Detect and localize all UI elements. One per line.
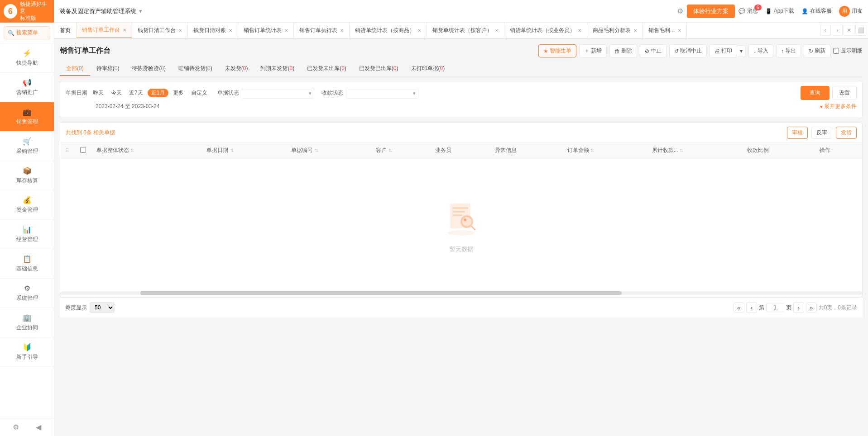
import-button[interactable]: ↓ 导入	[748, 44, 773, 57]
date-shortcut-今天[interactable]: 今天	[108, 88, 125, 98]
sidebar-item-system[interactable]: ⚙系统管理	[0, 279, 54, 308]
settings-gear-icon[interactable]: ⚙	[677, 7, 683, 15]
sub-tab-pending-review[interactable]: 待审核(0)	[90, 62, 126, 76]
sidebar-item-quick-nav[interactable]: ⚡快捷导航	[0, 43, 54, 73]
next-page-button[interactable]: ›	[793, 302, 804, 313]
tab-close-sales-exec[interactable]: ✕	[340, 28, 344, 33]
refresh-button[interactable]: ↻ 刷新	[804, 44, 830, 57]
sub-tab-shipped-not-out[interactable]: 已发货未出库(0)	[301, 62, 353, 76]
date-shortcut-自定义[interactable]: 自定义	[188, 88, 210, 98]
title-dropdown-arrow[interactable]: ▾	[139, 8, 142, 14]
tab-sales-extra[interactable]: 销售毛利...✕	[643, 23, 687, 38]
tab-close-sales-stat-staff[interactable]: ✕	[578, 28, 581, 33]
page-size-select[interactable]: 102050100	[90, 302, 115, 313]
smart-create-button[interactable]: ★ 智能生单	[538, 44, 576, 57]
query-button[interactable]: 查询	[801, 86, 830, 100]
stop-button[interactable]: ⊘ 中止	[640, 44, 667, 57]
sort-icon-collected[interactable]: ⇅	[680, 148, 683, 153]
sub-tab-all[interactable]: 全部(0)	[60, 62, 90, 76]
tab-close-current[interactable]: ✕	[844, 25, 854, 36]
cancel-stop-button[interactable]: ↺ 取消中止	[669, 44, 707, 57]
tab-close-sales-stat-prod[interactable]: ✕	[417, 28, 421, 33]
user-menu-button[interactable]: 用 用友	[839, 6, 863, 17]
add-button[interactable]: ＋ 新增	[579, 44, 607, 57]
tab-close-sales-order[interactable]: ✕	[123, 28, 126, 33]
tab-sales-stat-staff[interactable]: 销货单统计表（按业务员）✕	[504, 23, 587, 38]
print-dropdown-button[interactable]: ▾	[737, 45, 746, 57]
sub-tab-not-shipped[interactable]: 未发货(0)	[219, 62, 254, 76]
tab-close-profit-analysis[interactable]: ✕	[633, 28, 637, 33]
message-button[interactable]: 💬 消息 6	[739, 7, 758, 15]
tab-profit-analysis[interactable]: 商品毛利分析表✕	[587, 23, 643, 38]
set-button[interactable]: 设置	[832, 86, 857, 100]
sort-icon-date[interactable]: ⇅	[230, 148, 234, 153]
print-button[interactable]: 🖨 打印	[710, 44, 737, 57]
sort-icon-number[interactable]: ⇅	[315, 148, 318, 153]
tab-sales-stat[interactable]: 销售订单统计表✕	[238, 23, 294, 38]
sort-icon-customer[interactable]: ⇅	[388, 148, 392, 153]
sidebar-item-finance[interactable]: 💰资金管理	[0, 190, 54, 220]
date-shortcut-近1月[interactable]: 近1月	[148, 89, 169, 97]
last-page-button[interactable]: »	[806, 302, 817, 313]
sub-tab-pending-inspect[interactable]: 待拣货验货(0)	[125, 62, 172, 76]
col-header-number[interactable]: 单据编号 ⇅	[287, 143, 371, 158]
col-header-customer[interactable]: 客户 ⇅	[371, 143, 430, 158]
show-detail-checkbox-label[interactable]: 显示明细	[833, 47, 863, 55]
tab-sales-order[interactable]: 销售订单工作台✕	[77, 23, 132, 38]
tab-close-sales-stat-cust[interactable]: ✕	[495, 28, 499, 33]
sidebar-item-marketing[interactable]: 📢营销推广	[0, 73, 54, 102]
sidebar-item-sales[interactable]: 💼销售管理	[0, 102, 54, 132]
tab-scroll-right[interactable]: ›	[832, 25, 843, 36]
sidebar-item-guide[interactable]: 🔰新手引导	[0, 337, 54, 367]
tab-sales-stat-prod[interactable]: 销货单统计表（按商品）✕	[350, 23, 427, 38]
table-action-review[interactable]: 审核	[787, 127, 808, 139]
col-header-date[interactable]: 单据日期 ⇅	[202, 143, 287, 158]
tab-close-cash-daily[interactable]: ✕	[178, 28, 182, 33]
tab-scroll-left[interactable]: ‹	[820, 25, 831, 36]
date-shortcut-更多[interactable]: 更多	[170, 88, 187, 98]
payment-select[interactable]	[346, 88, 418, 99]
sub-tab-overdue-not-shipped[interactable]: 到期未发货(0)	[254, 62, 301, 76]
sidebar-item-basic-info[interactable]: 📋基础信息	[0, 249, 54, 279]
prev-page-button[interactable]: ‹	[746, 302, 757, 313]
tab-close-sales-stat[interactable]: ✕	[284, 28, 288, 33]
first-page-button[interactable]: «	[734, 302, 744, 313]
delete-button[interactable]: 🗑 删除	[609, 44, 637, 57]
sub-tab-wangpu-pending[interactable]: 旺铺待发货(0)	[172, 62, 219, 76]
sub-tab-shipped-out[interactable]: 已发货已出库(0)	[353, 62, 405, 76]
search-menu-button[interactable]: 🔍 搜索菜单	[4, 26, 50, 39]
tab-cash-reconcile[interactable]: 钱货日清对账✕	[188, 23, 238, 38]
col-header-status[interactable]: 单据整体状态 ⇅	[92, 143, 202, 158]
col-header-amount[interactable]: 订单金额 ⇅	[563, 143, 647, 158]
sort-icon-status[interactable]: ⇅	[130, 148, 134, 153]
table-action-ship[interactable]: 发货	[836, 127, 857, 139]
settings-button[interactable]: ⚙	[13, 423, 19, 431]
horizontal-scrollbar[interactable]	[60, 291, 862, 295]
tab-cash-daily[interactable]: 钱货日清工作台✕	[132, 23, 188, 38]
collapse-sidebar-button[interactable]: ◀	[36, 423, 41, 431]
table-action-anti-review[interactable]: 反审	[811, 127, 832, 139]
sidebar-item-purchase[interactable]: 🛒采购管理	[0, 132, 54, 161]
scrollbar-thumb[interactable]	[140, 291, 622, 295]
sort-icon-amount[interactable]: ⇅	[590, 148, 594, 153]
app-download-button[interactable]: 📱 App下载	[765, 7, 794, 15]
sub-tab-not-printed[interactable]: 未打印单据(0)	[405, 62, 451, 76]
date-shortcut-昨天[interactable]: 昨天	[90, 88, 106, 98]
sidebar-item-inventory[interactable]: 📦库存核算	[0, 161, 54, 190]
tab-maximize[interactable]: ⬜	[855, 25, 866, 36]
col-header-collected[interactable]: 累计收款... ⇅	[647, 143, 743, 158]
trial-button[interactable]: 体验行业方案	[687, 5, 735, 18]
show-detail-checkbox[interactable]	[833, 48, 839, 54]
tab-sales-exec[interactable]: 销售订单执行表✕	[294, 23, 350, 38]
export-button[interactable]: ↑ 导出	[776, 44, 801, 57]
tab-sales-stat-cust[interactable]: 销货单统计表（按客户）✕	[427, 23, 504, 38]
date-shortcut-近7天[interactable]: 近7天	[126, 88, 146, 98]
sidebar-item-enterprise[interactable]: 🏢企业协同	[0, 308, 54, 337]
online-service-button[interactable]: 👤 在线客服	[801, 7, 832, 15]
tab-close-sales-extra[interactable]: ✕	[677, 28, 681, 33]
current-page-input[interactable]	[766, 303, 784, 312]
tab-close-cash-reconcile[interactable]: ✕	[229, 28, 232, 33]
select-all-checkbox[interactable]	[80, 147, 86, 153]
tab-home[interactable]: 首页	[54, 23, 77, 38]
sidebar-item-operations[interactable]: 📊经营管理	[0, 220, 54, 249]
